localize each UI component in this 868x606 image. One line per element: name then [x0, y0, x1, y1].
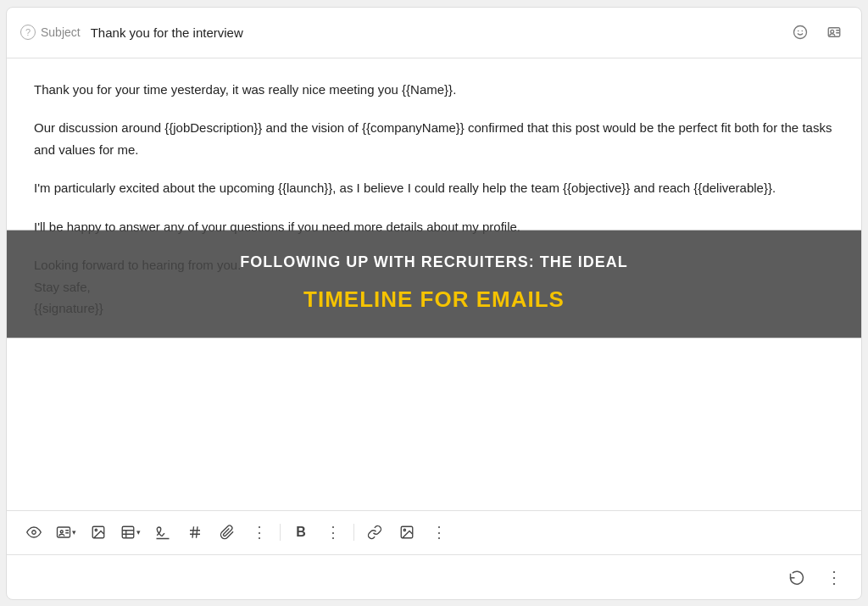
- link-icon[interactable]: [361, 519, 388, 546]
- svg-point-7: [32, 531, 36, 535]
- svg-line-21: [192, 526, 194, 538]
- subject-label: ? Subject: [20, 25, 81, 40]
- insert-image-icon[interactable]: [85, 519, 112, 546]
- overlay-banner: FOLLOWING UP WITH RECRUITERS: THE IDEAL …: [7, 231, 861, 338]
- separator-1: [280, 524, 281, 541]
- svg-point-2: [802, 31, 804, 32]
- subject-text: Subject: [41, 25, 81, 39]
- contact-insert-icon[interactable]: [53, 519, 80, 546]
- more-options-2[interactable]: ⋮: [320, 519, 347, 546]
- photo-icon[interactable]: [393, 519, 420, 546]
- svg-point-9: [60, 531, 63, 533]
- svg-rect-14: [122, 526, 134, 538]
- subject-bar: ? Subject: [7, 8, 861, 58]
- attach-icon[interactable]: [214, 519, 241, 546]
- overlay-subtitle: FOLLOWING UP WITH RECRUITERS: THE IDEAL: [24, 249, 844, 275]
- body-paragraph-1: Thank you for your time yesterday, it wa…: [34, 79, 834, 101]
- bold-icon[interactable]: B: [287, 519, 314, 546]
- body-paragraph-2: Our discussion around {{jobDescription}}…: [34, 117, 834, 160]
- overlay-title: TIMELINE FOR EMAILS: [24, 280, 844, 317]
- undo-icon[interactable]: [783, 564, 810, 591]
- svg-line-22: [197, 526, 198, 538]
- svg-point-4: [831, 30, 834, 33]
- separator-2: [353, 524, 354, 541]
- more-options-1[interactable]: ⋮: [246, 519, 273, 546]
- svg-point-24: [403, 529, 405, 531]
- more-options-3[interactable]: ⋮: [426, 519, 453, 546]
- bottom-more-icon[interactable]: ⋮: [821, 564, 848, 591]
- svg-point-0: [794, 26, 807, 39]
- subject-input[interactable]: [91, 25, 787, 40]
- email-editor: ? Subject: [6, 7, 862, 600]
- subject-actions: [787, 19, 848, 46]
- template-icon[interactable]: [117, 519, 144, 546]
- hashtag-icon[interactable]: [181, 519, 209, 546]
- svg-point-13: [95, 529, 97, 531]
- contact-card-icon[interactable]: [821, 19, 848, 46]
- body-paragraph-3: I'm particularly excited about the upcom…: [34, 177, 834, 199]
- emoji-icon[interactable]: [787, 19, 814, 46]
- email-body[interactable]: Thank you for your time yesterday, it wa…: [7, 58, 861, 510]
- toolbar: ⋮ B ⋮ ⋮: [7, 510, 861, 554]
- preview-icon[interactable]: [20, 519, 47, 546]
- bottom-bar: ⋮: [7, 554, 861, 599]
- signature-icon[interactable]: [149, 519, 176, 546]
- svg-point-1: [798, 31, 799, 32]
- help-icon[interactable]: ?: [20, 25, 36, 40]
